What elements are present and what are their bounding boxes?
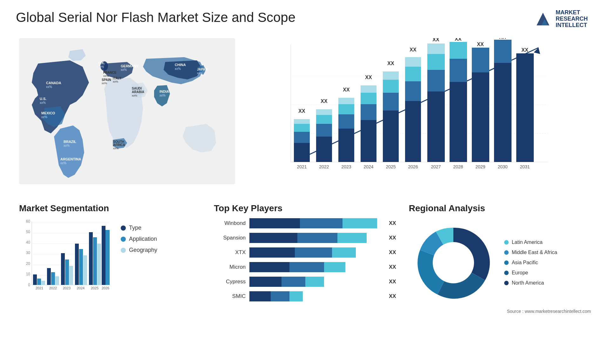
svg-text:xx%: xx% xyxy=(159,94,166,97)
header: Global Serial Nor Flash Market Size and … xyxy=(16,10,594,29)
svg-rect-86 xyxy=(450,59,467,82)
svg-rect-119 xyxy=(41,281,45,285)
winbond-dark xyxy=(249,218,300,228)
player-row-xtx: XTX XX xyxy=(214,247,396,258)
spansion-mid xyxy=(297,233,337,243)
svg-rect-117 xyxy=(33,274,37,285)
svg-text:xx%: xx% xyxy=(41,115,47,119)
regional-title: Regional Analysis xyxy=(409,203,591,213)
xtx-value: XX xyxy=(389,249,396,256)
svg-rect-46 xyxy=(294,119,310,124)
svg-rect-131 xyxy=(83,255,87,285)
smic-dark xyxy=(249,291,271,301)
svg-rect-135 xyxy=(97,244,101,285)
europe-dot xyxy=(504,271,509,275)
svg-text:2022: 2022 xyxy=(49,286,57,290)
svg-text:U.S.: U.S. xyxy=(40,97,46,101)
player-row-micron: Micron XX xyxy=(214,262,396,272)
svg-text:xx%: xx% xyxy=(102,82,107,85)
players-section: Top Key Players Winbond XX xyxy=(211,200,399,317)
svg-rect-122 xyxy=(51,272,55,285)
segmentation-title: Market Segmentation xyxy=(19,203,201,213)
europe-label: Europe xyxy=(512,270,528,276)
svg-rect-133 xyxy=(89,232,93,285)
player-name-winbond: Winbond xyxy=(214,220,246,226)
spansion-bar xyxy=(249,233,383,243)
svg-rect-75 xyxy=(405,67,421,81)
svg-rect-56 xyxy=(338,114,354,129)
spansion-dark xyxy=(249,233,297,243)
middle-east-label: Middle East & Africa xyxy=(512,250,557,255)
svg-text:CANADA: CANADA xyxy=(46,81,61,85)
player-row-winbond: Winbond XX xyxy=(214,218,396,228)
svg-text:40: 40 xyxy=(26,240,30,245)
svg-rect-67 xyxy=(383,111,399,162)
svg-text:AFRICA: AFRICA xyxy=(113,143,125,147)
svg-text:xx%: xx% xyxy=(60,161,66,165)
cypress-dark xyxy=(249,277,281,287)
application-dot xyxy=(121,237,126,242)
svg-text:XX: XX xyxy=(387,61,394,66)
world-map-container: CANADA xx% U.S. xx% MEXICO xx% BRAZIL xx… xyxy=(19,38,229,184)
source-text: Source : www.marketresearchintellect.com xyxy=(409,309,591,314)
xtx-dark xyxy=(249,247,295,258)
micron-bar xyxy=(249,262,383,272)
latin-america-dot xyxy=(504,240,509,245)
svg-text:SAUDI: SAUDI xyxy=(132,87,142,90)
player-row-smic: SMIC XX xyxy=(214,291,396,301)
donut-svg xyxy=(409,218,498,307)
svg-point-140 xyxy=(433,242,474,283)
svg-rect-123 xyxy=(55,276,59,285)
svg-text:XX: XX xyxy=(321,98,328,104)
asia-pacific-dot xyxy=(504,260,509,265)
svg-text:XX: XX xyxy=(477,42,484,47)
legend-middle-east-africa: Middle East & Africa xyxy=(504,250,557,255)
svg-text:20: 20 xyxy=(26,261,30,266)
application-label: Application xyxy=(129,236,157,242)
svg-text:xx%: xx% xyxy=(197,71,202,75)
legend-geography: Geography xyxy=(121,247,157,253)
player-name-spansion: Spansion xyxy=(214,235,246,241)
svg-rect-85 xyxy=(450,82,467,162)
svg-text:ITALY: ITALY xyxy=(113,77,122,80)
svg-rect-79 xyxy=(427,91,445,162)
winbond-light xyxy=(342,218,377,228)
svg-text:JAPAN: JAPAN xyxy=(197,68,207,71)
middle-east-dot xyxy=(504,250,509,255)
world-map-svg: CANADA xx% U.S. xx% MEXICO xx% BRAZIL xx… xyxy=(19,38,235,184)
svg-text:30: 30 xyxy=(26,251,30,255)
svg-rect-82 xyxy=(427,44,445,54)
svg-text:xx%: xx% xyxy=(46,85,52,89)
svg-rect-92 xyxy=(494,63,512,162)
geography-dot xyxy=(121,248,126,253)
bar-chart-container: XX 2021 XX 2022 XX 2023 xyxy=(245,38,585,184)
svg-text:10: 10 xyxy=(26,272,30,276)
svg-text:ARABIA: ARABIA xyxy=(132,90,144,94)
svg-text:xx%: xx% xyxy=(40,101,46,104)
asia-pacific-label: Asia Pacific xyxy=(512,260,538,266)
page-container: Global Serial Nor Flash Market Size and … xyxy=(0,0,610,364)
legend-type: Type xyxy=(121,225,157,231)
svg-rect-138 xyxy=(105,230,110,285)
svg-text:XX: XX xyxy=(455,38,462,42)
segmentation-chart: 0 10 20 30 40 50 60 xyxy=(19,218,201,301)
players-title: Top Key Players xyxy=(214,203,396,213)
svg-text:xx%: xx% xyxy=(98,65,104,68)
svg-text:60: 60 xyxy=(26,219,30,224)
growth-chart-svg: XX 2021 XX 2022 XX 2023 xyxy=(245,38,585,184)
legend-latin-america: Latin America xyxy=(504,239,557,245)
player-row-cypress: Cypress XX xyxy=(214,277,396,287)
svg-text:2024: 2024 xyxy=(363,164,373,169)
page-title: Global Serial Nor Flash Market Size and … xyxy=(16,10,295,25)
winbond-value: XX xyxy=(389,220,396,226)
seg-chart-svg: 0 10 20 30 40 50 60 xyxy=(19,218,114,301)
svg-text:SPAIN: SPAIN xyxy=(102,78,111,82)
svg-rect-127 xyxy=(69,266,73,285)
smic-bar xyxy=(249,291,383,301)
svg-text:2027: 2027 xyxy=(431,164,441,169)
svg-text:XX: XX xyxy=(343,87,350,92)
micron-dark xyxy=(249,262,289,272)
regional-legend: Latin America Middle East & Africa Asia … xyxy=(504,239,557,286)
svg-rect-125 xyxy=(61,253,65,285)
xtx-light xyxy=(332,247,356,258)
